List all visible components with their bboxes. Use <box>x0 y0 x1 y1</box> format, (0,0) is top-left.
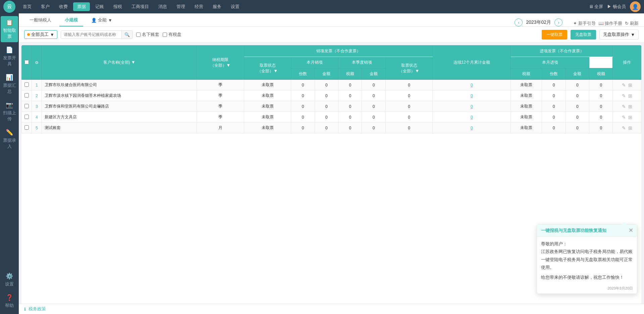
notification-close-btn[interactable]: ✕ <box>629 227 633 234</box>
refresh-btn[interactable]: ↻ 刷新 <box>625 20 639 26</box>
th-customer-name: 客户名称(全部) ▼ <box>42 46 197 80</box>
nav-billing[interactable]: 收费 <box>55 2 72 11</box>
sidebar-label-entry: 票据录入 <box>2 137 17 149</box>
nav-bookkeeping[interactable]: 记账 <box>91 2 108 11</box>
row-purchase-status: 未取票 <box>511 80 542 90</box>
row-sale-quarter-tax: 0 <box>385 101 433 112</box>
row-12month[interactable]: 0 <box>433 101 511 112</box>
tab-all[interactable]: 👤 全能 ▼ <box>86 15 118 26</box>
notification-apology: 给您带来的不便敬请谅解，祝您工作愉快！ <box>541 273 633 281</box>
row-view-btn[interactable]: ⊞ <box>628 93 632 99</box>
nav-service[interactable]: 服务 <box>209 2 225 11</box>
no-disk-ops-btn[interactable]: 无盘取票操作 ▼ <box>599 29 639 40</box>
sidebar-item-smart-fetch[interactable]: 📋 智能取票 <box>1 16 18 42</box>
row-purchase-month-amount: 0 <box>566 123 589 133</box>
row-sale-quarter-tax: 0 <box>385 80 433 90</box>
tab-all-label: 全能 <box>98 17 107 23</box>
nav-manage[interactable]: 管理 <box>172 2 189 11</box>
employee-select[interactable]: 全部员工 ▼ <box>24 30 57 39</box>
row-sale-month-amount: 0 <box>315 123 338 133</box>
period-prev-btn[interactable]: ‹ <box>515 18 523 26</box>
select-all-checkbox[interactable] <box>24 60 29 64</box>
row-edit-btn[interactable]: ✎ <box>622 115 626 120</box>
sidebar-item-help[interactable]: ❓ 帮助 <box>1 291 18 311</box>
checkbox-own-account[interactable]: 名下账套 <box>136 32 159 38</box>
row-checkbox[interactable] <box>22 112 32 123</box>
new-guide-btn[interactable]: ✦ 新手引导 <box>573 20 596 26</box>
nav-tax[interactable]: 报税 <box>109 2 126 11</box>
sidebar-item-summary[interactable]: 📊 票据汇总 <box>1 71 18 97</box>
manual-btn[interactable]: 📖 操作手册 <box>598 20 623 26</box>
tab-small-scale[interactable]: 小规模 <box>59 15 83 26</box>
row-12month[interactable]: 0 <box>433 112 511 123</box>
sidebar-label-smart-fetch: 智能取票 <box>2 27 17 40</box>
notification-popup: 一键报税与无盘取票功能恢复通知 ✕ 尊敬的用户： 江苏政务网已恢复访问电子税务局… <box>537 224 637 294</box>
row-customer-name: 卫辉市保和堂医药有限公司走嚇路店 <box>42 101 197 112</box>
table-row: 3 卫辉市保和堂医药有限公司走嚇路店 季 未取票 0 0 0 0 0 0 未取票… <box>22 101 641 112</box>
smart-fetch-icon: 📋 <box>6 19 13 26</box>
sidebar-label-help: 帮助 <box>5 303 14 309</box>
row-sale-month-tax: 0 <box>338 101 362 112</box>
sidebar-item-settings[interactable]: ⚙️ 设置 <box>1 270 18 290</box>
vip-btn[interactable]: ▶ 畅会员 <box>607 4 626 10</box>
row-12month[interactable]: 0 <box>433 123 511 133</box>
row-purchase-status: 未取票 <box>511 123 542 133</box>
th-12month: 连续12个月累计金额 <box>433 46 511 80</box>
th-purchase-status: 取票状态（全部）▼ <box>385 57 433 80</box>
sidebar-item-open-invoice[interactable]: 📄 发票开具 <box>1 44 18 70</box>
tax-policy-link[interactable]: 税务政策 <box>29 306 46 312</box>
row-no: 2 <box>32 90 42 101</box>
row-purchase-month-count: 0 <box>542 80 566 90</box>
row-view-btn[interactable]: ⊞ <box>628 115 632 120</box>
nav-menu: 首页 客户 收费 票据 记账 报税 工商项目 消息 管理 经营 服务 设置 <box>19 2 589 11</box>
nav-settings[interactable]: 设置 <box>227 2 244 11</box>
row-edit-btn[interactable]: ✎ <box>622 125 626 131</box>
row-checkbox[interactable] <box>22 123 32 133</box>
row-checkbox[interactable] <box>22 80 32 90</box>
nav-invoice[interactable]: 票据 <box>73 2 90 11</box>
sidebar-label-scan: 扫描上传 <box>2 110 17 122</box>
nav-client[interactable]: 客户 <box>37 2 54 11</box>
tab-general-taxpayer[interactable]: 一般纳税人 <box>24 15 57 26</box>
row-view-btn[interactable]: ⊞ <box>628 82 632 88</box>
notification-greeting: 尊敬的用户： <box>541 240 633 248</box>
nav-message[interactable]: 消息 <box>154 2 171 11</box>
sidebar-item-entry[interactable]: ✏️ 票据录入 <box>1 126 18 152</box>
row-edit-btn[interactable]: ✎ <box>622 93 626 99</box>
settings-icon: ⚙️ <box>6 272 13 280</box>
nav-operations[interactable]: 经营 <box>191 2 207 11</box>
row-purchase-status: 未取票 <box>511 90 542 101</box>
fullscreen-btn[interactable]: 🖥 全屏 <box>589 4 603 10</box>
search-box: 🔍 <box>61 30 133 39</box>
footer-bar: ℹ 税务政策 <box>19 304 644 314</box>
table-row: 2 卫辉市汲水镇下园润香烟菩木种植家庭农场 季 未取票 0 0 0 0 0 0 … <box>22 90 641 101</box>
has-disk-label: 有税盘 <box>168 32 181 38</box>
search-input[interactable] <box>61 31 121 38</box>
search-button[interactable]: 🔍 <box>121 31 132 39</box>
nav-business[interactable]: 工商项目 <box>127 2 153 11</box>
row-view-btn[interactable]: ⊞ <box>628 125 632 131</box>
one-click-fetch-btn[interactable]: 一键取票 <box>542 30 567 40</box>
row-view-btn[interactable]: ⊞ <box>628 104 632 109</box>
nav-home[interactable]: 首页 <box>19 2 36 11</box>
row-checkbox[interactable] <box>22 90 32 101</box>
dropdown-arrow-icon: ▼ <box>631 32 635 37</box>
row-checkbox[interactable] <box>22 101 32 112</box>
has-disk-checkbox[interactable] <box>163 33 167 37</box>
row-12month[interactable]: 0 <box>433 90 511 101</box>
row-sale-month-amount: 0 <box>315 80 338 90</box>
period-next-btn[interactable]: › <box>554 18 562 26</box>
own-account-checkbox[interactable] <box>136 33 141 37</box>
row-12month[interactable]: 0 <box>433 80 511 90</box>
avatar[interactable]: 👤 <box>630 1 641 12</box>
tab-all-arrow: ▼ <box>108 18 112 23</box>
table-row: 1 卫辉市玖玖健合医药有限公司 季 未取票 0 0 0 0 0 0 未取票 0 … <box>22 80 641 90</box>
row-purchase-status: 未取票 <box>511 101 542 112</box>
row-edit-btn[interactable]: ✎ <box>622 82 626 88</box>
row-edit-btn[interactable]: ✎ <box>622 104 626 109</box>
sidebar-item-scan[interactable]: 📷 扫描上传 <box>1 99 18 125</box>
row-sale-quarter-tax: 0 <box>385 123 433 133</box>
checkbox-has-disk[interactable]: 有税盘 <box>163 32 181 38</box>
row-purchase-month-tax: 0 <box>589 123 613 133</box>
no-disk-fetch-btn[interactable]: 无盘取票 <box>571 30 596 40</box>
